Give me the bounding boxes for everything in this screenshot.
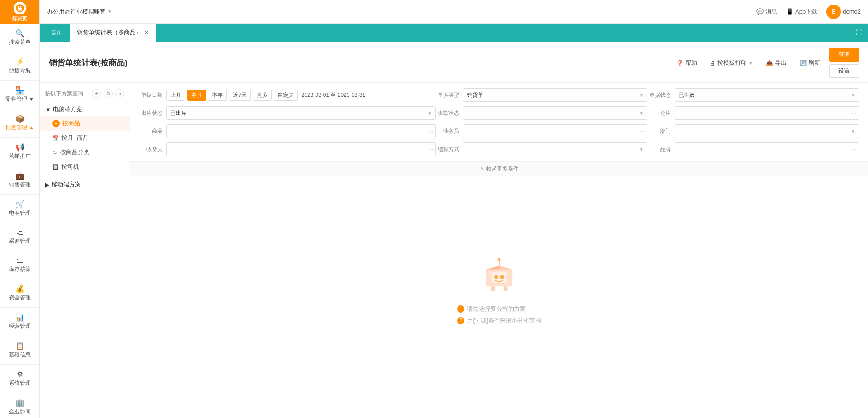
help-btn[interactable]: ❓ 帮助 bbox=[673, 57, 701, 69]
sidebar-item-label: 基础信息 bbox=[2, 351, 38, 359]
warehouse-input[interactable]: ··· bbox=[675, 106, 859, 120]
sidebar-item-base[interactable]: 📋 基础信息 bbox=[0, 336, 39, 365]
content-inner: 销货单统计表(按商品) ❓ 帮助 🖨 按模板打印 ▼ 📤 导出 bbox=[40, 42, 868, 418]
date-btn-last-month[interactable]: 上月 bbox=[166, 90, 185, 101]
driver-icon: 🔲 bbox=[52, 164, 59, 170]
print-chevron-icon: ▼ bbox=[749, 61, 753, 66]
sidebar-item-enterprise[interactable]: 🏢 企业协同 bbox=[0, 393, 39, 418]
svg-rect-5 bbox=[491, 272, 506, 282]
print-btn[interactable]: 🖨 按模板打印 ▼ bbox=[706, 57, 757, 69]
payment-select[interactable] bbox=[463, 142, 647, 156]
sidebar-item-operations[interactable]: 📊 经营管理 bbox=[0, 308, 39, 336]
dots-icon[interactable]: ··· bbox=[640, 128, 645, 135]
app-download-btn[interactable]: 📱 App下载 bbox=[786, 8, 817, 16]
brand-input[interactable]: ··· bbox=[675, 142, 859, 156]
plan-section-mobile: ▶ 移动端方案 bbox=[40, 176, 130, 193]
date-btn-custom[interactable]: 自定义 bbox=[274, 90, 298, 101]
top-header: 办公用品行业模拟账套 ▼ 💬 消息 📱 App下载 E demo2 bbox=[40, 0, 868, 24]
sidebar-item-purchase[interactable]: 🛍 采购管理 bbox=[0, 223, 39, 251]
sidebar-item-ecommerce[interactable]: 🛒 电商管理 bbox=[0, 195, 39, 223]
tab-actions: — ⛶ bbox=[839, 27, 864, 38]
template-selector[interactable]: 办公用品行业模拟账套 ▼ bbox=[47, 8, 112, 16]
query-btn[interactable]: 查询 bbox=[829, 48, 859, 62]
sidebar-item-label: 批发管理 ▲ bbox=[2, 124, 38, 132]
template-label: 办公用品行业模拟账套 bbox=[47, 8, 106, 16]
pay-status-select[interactable] bbox=[463, 106, 647, 120]
salesperson-input[interactable]: ··· bbox=[463, 124, 647, 138]
search-icon: 🔍 bbox=[2, 29, 38, 38]
message-btn[interactable]: 💬 消息 bbox=[756, 8, 777, 16]
user-profile[interactable]: E demo2 bbox=[826, 5, 861, 19]
collapse-bar[interactable]: ∧ 收起更多条件 bbox=[130, 162, 868, 176]
sidebar-item-finance[interactable]: 💰 资金管理 bbox=[0, 279, 39, 308]
sidebar-item-search[interactable]: 🔍 搜索菜单 bbox=[0, 24, 39, 52]
download-icon: 📱 bbox=[786, 8, 793, 15]
refresh-btn[interactable]: 🔄 刷新 bbox=[796, 57, 824, 69]
svg-point-7 bbox=[500, 275, 504, 279]
enterprise-icon: 🏢 bbox=[2, 399, 38, 407]
dots-icon[interactable]: ··· bbox=[428, 128, 434, 135]
tab-bar: 首页 销货单统计表（按商品） ✕ — ⛶ bbox=[40, 24, 868, 42]
minimize-btn[interactable]: — bbox=[839, 27, 850, 38]
filter-row-1: 单据日期 上月 本月 本年 近7天 更多 自定义 2023-03-01 至 20… bbox=[139, 88, 859, 102]
plan-section-mobile-title[interactable]: ▶ 移动端方案 bbox=[40, 178, 130, 191]
plan-item-by-goods[interactable]: ● 按商品 bbox=[40, 116, 130, 131]
help-label: 帮助 bbox=[685, 59, 697, 67]
goods-input[interactable]: ··· bbox=[166, 124, 436, 138]
tip-number-icon: 1 bbox=[457, 305, 464, 313]
tab-home-label: 首页 bbox=[51, 28, 62, 37]
content-area: 销货单统计表(按商品) ❓ 帮助 🖨 按模板打印 ▼ 📤 导出 bbox=[40, 42, 868, 418]
tab-home[interactable]: 首页 bbox=[43, 24, 70, 42]
out-status-select[interactable]: 已出库 bbox=[166, 106, 436, 120]
inventory-icon: 🗃 bbox=[2, 256, 38, 265]
dept-select-wrapper: ▼ bbox=[675, 124, 859, 138]
filter-field-goods: 商品 ··· bbox=[139, 124, 436, 138]
sidebar-item-wholesale[interactable]: 📦 批发管理 ▲ bbox=[0, 109, 39, 138]
date-btn-7days[interactable]: 近7天 bbox=[229, 90, 251, 101]
svg-rect-10 bbox=[491, 286, 495, 291]
dept-select[interactable] bbox=[675, 124, 859, 138]
plan-item-by-category[interactable]: 🗂 按商品分类 bbox=[40, 145, 130, 160]
sidebar-item-quick-nav[interactable]: ⚡ 快捷导航 bbox=[0, 52, 39, 81]
app-logo: 畅 标账页 bbox=[0, 0, 39, 24]
status-select[interactable]: 已生效 bbox=[675, 88, 859, 102]
sidebar-item-label: 销售管理 bbox=[2, 181, 38, 189]
tab-report[interactable]: 销货单统计表（按商品） ✕ bbox=[70, 24, 156, 42]
plan-item-by-driver[interactable]: 🔲 按司机 bbox=[40, 160, 130, 174]
date-btn-this-month[interactable]: 本月 bbox=[187, 90, 206, 101]
receiver-input[interactable]: ··· bbox=[166, 142, 436, 156]
sidebar-item-label: 快捷导航 bbox=[2, 67, 38, 75]
settings-btn[interactable]: 设置 bbox=[829, 64, 859, 78]
print-icon: 🖨 bbox=[710, 60, 716, 66]
export-btn[interactable]: 📤 导出 bbox=[762, 57, 790, 69]
sidebar-item-sales[interactable]: 💼 销售管理 bbox=[0, 166, 39, 195]
sidebar-item-inventory[interactable]: 🗃 库存核算 bbox=[0, 251, 39, 279]
sidebar-item-marketing[interactable]: 📢 营销推广 bbox=[0, 138, 39, 166]
date-btn-more[interactable]: 更多 bbox=[253, 90, 272, 101]
tab-close-icon[interactable]: ✕ bbox=[144, 29, 149, 36]
plan-collapse-btn[interactable]: « bbox=[115, 89, 124, 98]
maximize-btn[interactable]: ⛶ bbox=[854, 27, 864, 38]
page-header: 销货单统计表(按商品) ❓ 帮助 🖨 按模板打印 ▼ 📤 导出 bbox=[40, 42, 868, 83]
sidebar-item-retail[interactable]: 🏪 零售管理 ▼ bbox=[0, 81, 39, 109]
plan-settings-btn[interactable]: ⚙ bbox=[104, 89, 113, 98]
dots-icon[interactable]: ··· bbox=[428, 146, 434, 153]
filter-field-type: 单据类型 销货单 ▼ bbox=[436, 88, 647, 102]
filter-right: 单据日期 上月 本月 本年 近7天 更多 自定义 2023-03-01 至 20… bbox=[130, 83, 868, 399]
filter-field-dept: 部门 ▼ bbox=[647, 124, 859, 138]
svg-marker-3 bbox=[486, 266, 499, 269]
message-label: 消息 bbox=[765, 8, 777, 16]
plan-add-btn[interactable]: + bbox=[92, 89, 101, 98]
type-select[interactable]: 销货单 bbox=[463, 88, 647, 102]
dept-label: 部门 bbox=[647, 128, 675, 135]
export-icon: 📤 bbox=[766, 60, 773, 66]
dots-icon[interactable]: ··· bbox=[851, 146, 857, 153]
plan-item-by-month-goods[interactable]: 📅 按月+商品 bbox=[40, 131, 130, 145]
sidebar-item-label: 经营管理 bbox=[2, 323, 38, 330]
header-right: 💬 消息 📱 App下载 E demo2 bbox=[756, 5, 861, 19]
plan-section-pc-title[interactable]: ▼ 电脑端方案 bbox=[40, 103, 130, 116]
sidebar-item-system[interactable]: ⚙ 系统管理 bbox=[0, 365, 39, 393]
date-btn-this-year[interactable]: 本年 bbox=[208, 90, 227, 101]
dots-icon[interactable]: ··· bbox=[851, 109, 857, 117]
ecommerce-icon: 🛒 bbox=[2, 200, 38, 209]
